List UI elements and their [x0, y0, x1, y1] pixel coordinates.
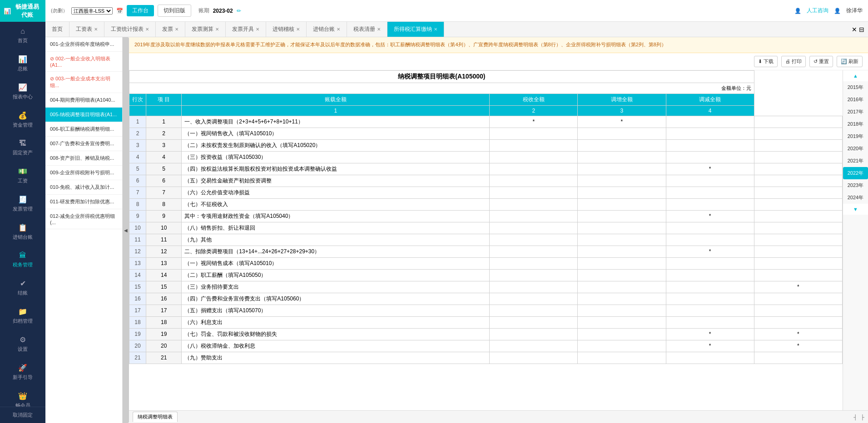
- tab-close-icon[interactable]: ✕: [215, 27, 219, 32]
- tab-close-icon[interactable]: ✕: [377, 27, 381, 32]
- sidebar-item-归档管理[interactable]: 📁归档管理: [0, 302, 45, 330]
- row-value-2[interactable]: *: [578, 116, 666, 128]
- row-value-2[interactable]: [578, 293, 666, 305]
- row-value-1[interactable]: [490, 163, 578, 175]
- row-value-4[interactable]: [754, 139, 842, 151]
- row-value-4[interactable]: [754, 175, 842, 187]
- tab-close-icon[interactable]: ✕: [256, 27, 259, 32]
- row-value-1[interactable]: [490, 352, 578, 364]
- tab-close-icon[interactable]: ✕: [337, 27, 340, 32]
- left-panel-item[interactable]: 011-研发费用加计扣除优惠...: [45, 195, 122, 209]
- row-value-1[interactable]: [490, 269, 578, 281]
- row-value-3[interactable]: *: [666, 246, 754, 257]
- year-item[interactable]: 2021年: [843, 155, 868, 167]
- year-item[interactable]: 2019年: [843, 130, 868, 143]
- row-value-1[interactable]: [490, 246, 578, 257]
- row-value-1[interactable]: [490, 175, 578, 187]
- row-value-2[interactable]: [578, 175, 666, 187]
- left-panel-item[interactable]: 007-广告费和业务宣传费明...: [45, 137, 122, 151]
- row-value-3[interactable]: [666, 293, 754, 305]
- tab-发票测算[interactable]: 发票测算✕: [185, 22, 226, 37]
- year-item[interactable]: 2022年: [843, 167, 868, 179]
- sidebar-item-工资[interactable]: 💵工资: [0, 162, 45, 190]
- tab-close-icon[interactable]: ✕: [94, 27, 98, 32]
- row-value-3[interactable]: [666, 352, 754, 364]
- row-value-4[interactable]: [754, 210, 842, 222]
- row-value-3[interactable]: [666, 222, 754, 234]
- row-value-2[interactable]: [578, 198, 666, 210]
- download-button[interactable]: ⬇ 下载: [754, 56, 778, 67]
- left-panel-item[interactable]: 006-职工薪酬纳税调整明细...: [45, 122, 122, 137]
- close-all-icon[interactable]: ✕: [852, 26, 857, 33]
- row-value-3[interactable]: [666, 316, 754, 328]
- sidebar-item-税务管理[interactable]: 🏛税务管理: [0, 246, 45, 274]
- left-panel-item[interactable]: 009-企业所得税附补亏损明...: [45, 166, 122, 180]
- row-value-3[interactable]: [666, 187, 754, 198]
- year-item[interactable]: 2017年: [843, 106, 868, 118]
- year-item[interactable]: 2024年: [843, 192, 868, 204]
- row-value-1[interactable]: [490, 234, 578, 246]
- row-value-1[interactable]: [490, 316, 578, 328]
- row-value-3[interactable]: [666, 234, 754, 246]
- row-value-2[interactable]: [578, 281, 666, 293]
- year-item[interactable]: 2018年: [843, 118, 868, 130]
- row-value-2[interactable]: [578, 187, 666, 198]
- sidebar-item-畅会员[interactable]: 👑畅会员: [0, 386, 45, 407]
- row-value-4[interactable]: *: [754, 328, 842, 340]
- row-value-4[interactable]: [754, 198, 842, 210]
- sidebar-item-结账[interactable]: ✔结账: [0, 274, 45, 302]
- print-button[interactable]: 🖨 打印: [781, 56, 806, 67]
- row-value-2[interactable]: [578, 246, 666, 257]
- row-value-1[interactable]: [490, 281, 578, 293]
- sidebar-item-设置[interactable]: ⚙设置: [0, 330, 45, 358]
- row-value-1[interactable]: [490, 328, 578, 340]
- row-value-1[interactable]: [490, 128, 578, 139]
- row-value-1[interactable]: [490, 210, 578, 222]
- row-value-4[interactable]: [754, 305, 842, 316]
- row-value-4[interactable]: [754, 352, 842, 364]
- row-value-1[interactable]: [490, 151, 578, 163]
- company-select[interactable]: 江西股丰-LSS: [71, 7, 113, 15]
- row-value-2[interactable]: [578, 316, 666, 328]
- row-value-4[interactable]: [754, 151, 842, 163]
- row-value-3[interactable]: [666, 269, 754, 281]
- row-value-4[interactable]: [754, 269, 842, 281]
- row-value-1[interactable]: [490, 198, 578, 210]
- tab-工资表[interactable]: 工资表✕: [69, 22, 104, 37]
- sidebar-item-进销台账[interactable]: 📋进销台账: [0, 218, 45, 246]
- row-value-4[interactable]: [754, 163, 842, 175]
- row-value-3[interactable]: *: [666, 163, 754, 175]
- row-value-3[interactable]: [666, 198, 754, 210]
- row-value-4[interactable]: [754, 222, 842, 234]
- row-value-3[interactable]: [666, 151, 754, 163]
- row-value-3[interactable]: [666, 139, 754, 151]
- row-value-1[interactable]: [490, 293, 578, 305]
- tab-close-icon[interactable]: ✕: [145, 27, 149, 32]
- period-edit-icon[interactable]: ✏: [237, 8, 241, 14]
- row-value-1[interactable]: [490, 257, 578, 269]
- row-value-3[interactable]: *: [666, 210, 754, 222]
- row-value-2[interactable]: [578, 257, 666, 269]
- tab-税表清册[interactable]: 税表清册✕: [347, 22, 387, 37]
- year-item[interactable]: 2020年: [843, 143, 868, 155]
- left-panel-item[interactable]: 001-企业所得税年度纳税申...: [45, 37, 122, 52]
- row-value-4[interactable]: [754, 187, 842, 198]
- bottom-tab[interactable]: 纳税调整明细表: [133, 412, 178, 422]
- sidebar-item-首页[interactable]: ⌂首页: [0, 22, 45, 49]
- tab-close-icon[interactable]: ✕: [296, 27, 300, 32]
- row-value-3[interactable]: *: [666, 340, 754, 352]
- sidebar-item-发票管理[interactable]: 🧾发票管理: [0, 190, 45, 218]
- left-panel-item[interactable]: 012-减免企业所得税优惠明细(...: [45, 209, 122, 229]
- row-value-1[interactable]: [490, 187, 578, 198]
- row-value-2[interactable]: [578, 305, 666, 316]
- left-panel-item[interactable]: 010-免税、减计收入及加计...: [45, 180, 122, 195]
- left-panel-item[interactable]: 004-期间费用明细表(A1040...: [45, 93, 122, 108]
- row-value-4[interactable]: [754, 257, 842, 269]
- row-value-1[interactable]: *: [490, 116, 578, 128]
- row-value-4[interactable]: [754, 128, 842, 139]
- tab-close-icon[interactable]: ✕: [175, 27, 179, 32]
- row-value-3[interactable]: [666, 175, 754, 187]
- row-value-2[interactable]: [578, 222, 666, 234]
- row-value-4[interactable]: [754, 116, 842, 128]
- year-scroll-up-button[interactable]: ▲: [843, 70, 868, 81]
